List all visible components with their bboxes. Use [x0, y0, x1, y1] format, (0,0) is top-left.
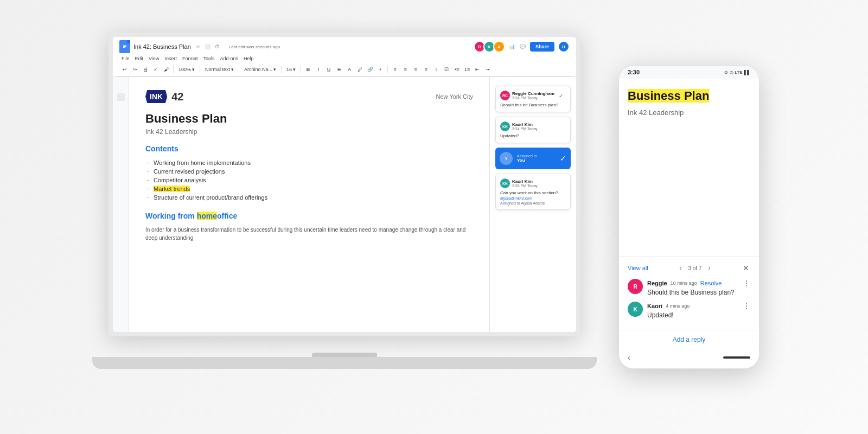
- comment-user-2: KK Kaori Kim 3:24 PM Today: [500, 122, 566, 131]
- comments-sidebar: RC Reggie Cunningham 3:24 PM Today ✓ Sho…: [489, 77, 576, 332]
- pagination-text: 3 of 7: [688, 265, 701, 271]
- bullet-list-button[interactable]: •≡: [452, 65, 461, 74]
- italic-button[interactable]: I: [314, 65, 323, 74]
- decrease-indent-button[interactable]: ⇤: [473, 65, 482, 74]
- add-reply-button[interactable]: Add a reply: [619, 330, 759, 349]
- align-justify-button[interactable]: ≡: [422, 65, 430, 74]
- user-avatar[interactable]: U: [558, 41, 570, 53]
- laptop-body: Ink 42: Business Plan ☆ ⬜ ⏱ Last edit wa…: [108, 33, 580, 336]
- document-main-title: Business Plan: [145, 112, 473, 126]
- line-spacing-button[interactable]: ↕: [432, 65, 441, 74]
- spellcheck-button[interactable]: ✓: [151, 65, 160, 74]
- menu-tools[interactable]: Tools: [201, 55, 216, 62]
- comment-nav: View all ‹ 3 of 7 › ✕: [628, 263, 750, 273]
- phone-commenter-avatar-1: R: [628, 279, 643, 294]
- list-item-2: Current revised projections: [145, 167, 473, 176]
- font-name: Archino Na...: [244, 67, 272, 72]
- share-button[interactable]: Share: [530, 42, 554, 52]
- comment-text-1: Should this be Business plan?: [500, 103, 566, 107]
- phone-commenter-avatar-2: K: [628, 302, 643, 317]
- phone-back-button[interactable]: ‹: [628, 353, 630, 362]
- phone-status-bar: 3:30 ⊙ ◎ LTE ▌▌: [619, 66, 759, 79]
- chat-icon[interactable]: 💬: [519, 43, 527, 50]
- align-left-button[interactable]: ≡: [391, 65, 399, 74]
- font-dropdown[interactable]: Archino Na... ▾: [242, 66, 278, 73]
- increase-indent-button[interactable]: ⇥: [483, 65, 492, 74]
- menu-addons[interactable]: Add-ons: [218, 55, 240, 62]
- comment-resolved-1: ✓: [559, 93, 563, 99]
- laptop-screen: Ink 42: Business Plan ☆ ⬜ ⏱ Last edit wa…: [113, 37, 576, 332]
- redo-button[interactable]: ↪: [131, 65, 139, 74]
- align-center-button[interactable]: ≡: [401, 65, 410, 74]
- more-options-2[interactable]: ⋮: [743, 302, 750, 310]
- market-trends-highlight: Market trends: [154, 186, 190, 192]
- fontsize-dropdown[interactable]: 16 ▾: [284, 66, 298, 73]
- assigned-label: Assigned to: [517, 154, 537, 158]
- phone-bottom-nav: ‹: [619, 349, 759, 368]
- menu-file[interactable]: File: [119, 55, 132, 62]
- menu-insert[interactable]: Insert: [162, 55, 179, 62]
- comment-text-3: Can you work on this section?: [500, 190, 566, 195]
- scene: Ink 42: Business Plan ☆ ⬜ ⏱ Last edit wa…: [108, 33, 760, 401]
- assigned-check[interactable]: ✓: [560, 154, 566, 163]
- ink-city: New York City: [436, 93, 473, 100]
- commenter-name-1: Reggie Cunningham: [512, 91, 554, 96]
- print-button[interactable]: 🖨: [141, 65, 150, 74]
- phone-comment-time-1: 10 mins ago: [671, 280, 697, 286]
- svg-rect-3: [123, 47, 125, 48]
- comment-card-2: KK Kaori Kim 3:24 PM Today Updated?: [495, 117, 571, 143]
- resolve-button-1[interactable]: Resolve: [700, 280, 722, 286]
- laptop-notch: [312, 353, 377, 357]
- close-comment-button[interactable]: ✕: [742, 263, 750, 273]
- commenter-avatar-1: RC: [500, 91, 510, 100]
- numbered-list-button[interactable]: 1≡: [463, 65, 471, 74]
- menu-edit[interactable]: Edit: [133, 55, 146, 62]
- avatar-3: A: [493, 41, 505, 53]
- style-value: Normal text: [205, 67, 230, 72]
- next-comment-button[interactable]: ›: [704, 263, 714, 273]
- toolbar-separator-2: [200, 66, 200, 73]
- phone-doc-title: Business Plan: [628, 89, 709, 103]
- present-icon[interactable]: 📊: [508, 43, 516, 50]
- docs-app-icon: [119, 40, 130, 53]
- comment-mention: alyssa@ink42.com: [500, 196, 566, 200]
- zoom-dropdown[interactable]: 100% ▾: [176, 66, 197, 73]
- highlight-button[interactable]: 🖊: [355, 65, 364, 74]
- link-button[interactable]: 🔗: [366, 65, 374, 74]
- history-icon[interactable]: ⏱: [214, 43, 221, 50]
- comment-user-3: KK Kaori Kim 2:28 PM Today: [500, 178, 566, 188]
- phone-commenter-name-2: Kaori: [647, 303, 662, 309]
- menu-help[interactable]: Help: [241, 55, 256, 62]
- prev-comment-button[interactable]: ‹: [675, 263, 686, 273]
- phone-comment-1: R Reggie 10 mins ago Resolve ⋮ Should th…: [628, 279, 750, 296]
- document-author: Ink 42 Leadership: [145, 128, 473, 136]
- menu-format[interactable]: Format: [180, 55, 200, 62]
- bold-button[interactable]: B: [304, 65, 312, 74]
- document-title: Ink 42: Business Plan: [133, 43, 191, 50]
- checklist-button[interactable]: ☑: [442, 65, 451, 74]
- wifi-icon: ⊙: [724, 70, 728, 75]
- insert-button[interactable]: +: [376, 65, 385, 74]
- paintformat-button[interactable]: 🖌: [162, 65, 170, 74]
- color-button[interactable]: A: [345, 65, 354, 74]
- doc-margin: [113, 77, 129, 332]
- align-right-button[interactable]: ≡: [411, 65, 420, 74]
- underline-button[interactable]: U: [324, 65, 333, 74]
- strikethrough-button[interactable]: S: [335, 65, 343, 74]
- view-all-link[interactable]: View all: [628, 265, 648, 271]
- phone-home-indicator: [723, 356, 750, 359]
- comment-pagination: ‹ 3 of 7 ›: [675, 263, 714, 273]
- collaborator-avatars: R K A: [474, 41, 505, 53]
- star-icon[interactable]: ☆: [194, 43, 202, 50]
- phone-doc-subtitle: Ink 42 Leadership: [628, 108, 750, 117]
- doc-content-area[interactable]: INK 42 New York City Business Plan Ink 4…: [129, 77, 489, 332]
- svg-rect-1: [123, 45, 126, 46]
- undo-button[interactable]: ↩: [120, 65, 129, 74]
- phone-doc-content: Business Plan Ink 42 Leadership: [619, 79, 759, 257]
- style-dropdown[interactable]: Normal text ▾: [203, 66, 236, 73]
- commenter-avatar-3: KK: [500, 178, 510, 188]
- menu-view[interactable]: View: [146, 55, 161, 62]
- more-options-1[interactable]: ⋮: [743, 279, 750, 288]
- header-right: R K A 📊 💬 Share U: [474, 41, 570, 53]
- phone-comment-header-1: Reggie 10 mins ago Resolve ⋮: [647, 279, 750, 288]
